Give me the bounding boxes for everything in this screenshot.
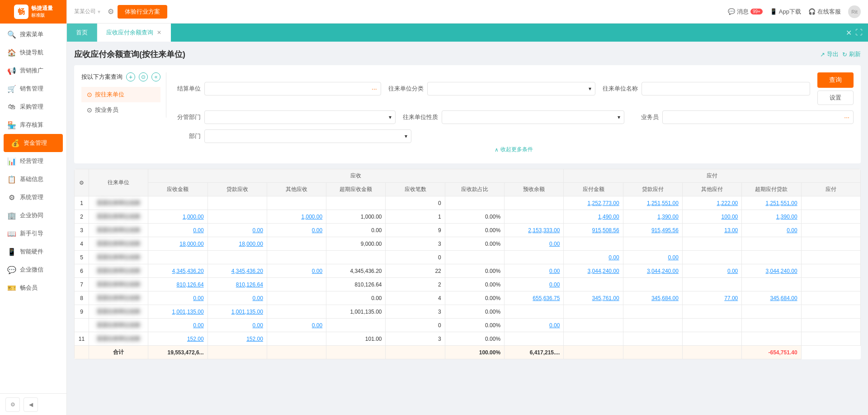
- sidebar-item-corp[interactable]: 🏢 企业协同: [0, 206, 66, 224]
- salesperson-input[interactable]: ···: [662, 110, 854, 124]
- refresh-btn[interactable]: ↻ 刷新: [842, 50, 861, 58]
- sidebar-item-sales[interactable]: 🛒 销售管理: [0, 80, 66, 98]
- partner-name-input[interactable]: [642, 82, 810, 95]
- ar-amount[interactable]: 0.00: [148, 224, 208, 237]
- sidebar-item-finance[interactable]: 💰 资金管理: [4, 134, 63, 152]
- settings-btn[interactable]: 设置: [817, 91, 854, 105]
- ap-loan[interactable]: 3,044,240.00: [623, 264, 682, 278]
- query-by-partner[interactable]: ⊙ 按往来单位: [81, 87, 160, 102]
- ap-amount[interactable]: 1,490.00: [564, 210, 623, 224]
- ar-loan[interactable]: 152.00: [208, 332, 267, 346]
- export-btn[interactable]: ↗ 导出: [820, 50, 839, 58]
- ap-loan[interactable]: 1,390.00: [623, 210, 682, 224]
- dept-managed-select[interactable]: ▾: [204, 110, 396, 124]
- query-btn[interactable]: 查询: [817, 72, 854, 88]
- ap-overdue[interactable]: 345,684.00: [742, 291, 801, 305]
- online-service-btn[interactable]: 🎧 在线客服: [808, 8, 841, 16]
- ar-prepay[interactable]: 0.00: [505, 278, 564, 291]
- ar-prepay[interactable]: 655,636.75: [505, 291, 564, 305]
- department-select[interactable]: ▾: [204, 129, 411, 143]
- sidebar-item-purchase[interactable]: 🛍 采购管理: [0, 98, 66, 116]
- ap-loan[interactable]: 1,251,551.00: [623, 196, 682, 210]
- sidebar-item-member[interactable]: 🎫 畅会员: [0, 279, 66, 297]
- ap-loan[interactable]: 0.00: [623, 251, 682, 264]
- salesperson-dots[interactable]: ···: [844, 114, 849, 121]
- sidebar-item-inventory[interactable]: 🏪 库存核算: [0, 116, 66, 134]
- ar-loan[interactable]: 0.00: [208, 291, 267, 305]
- search-target-icon[interactable]: ⊙: [139, 72, 148, 81]
- ap-amount[interactable]: 345,761.00: [564, 291, 623, 305]
- ar-amount[interactable]: 4,345,436.20: [148, 264, 208, 278]
- search-add-btn[interactable]: +: [126, 72, 135, 81]
- ap-overdue[interactable]: 0.00: [742, 224, 801, 237]
- collapse-sidebar-btn[interactable]: ◀: [24, 397, 38, 412]
- messages-btn[interactable]: 💬 消息 99+: [728, 8, 763, 16]
- search-collapse-icon[interactable]: «: [151, 72, 160, 81]
- ar-amount[interactable]: 1,000.00: [148, 210, 208, 224]
- ap-amount[interactable]: 1,252,773.00: [564, 196, 623, 210]
- ar-prepay[interactable]: 0.00: [505, 237, 564, 251]
- ar-amount[interactable]: 152.00: [148, 332, 208, 346]
- collapse-more-btn[interactable]: ∧ 收起更多条件: [174, 143, 854, 156]
- ap-amount[interactable]: 915,508.56: [564, 224, 623, 237]
- sidebar-item-search[interactable]: 🔍 搜索菜单: [0, 25, 66, 43]
- ar-other[interactable]: 0.00: [267, 224, 326, 237]
- tab-ar-query[interactable]: 应收应付余额查询 ✕: [97, 24, 171, 42]
- sidebar-item-base[interactable]: 📋 基础信息: [0, 170, 66, 188]
- partner-nature-select[interactable]: ▾: [442, 110, 625, 124]
- ar-amount[interactable]: 810,126.64: [148, 278, 208, 291]
- ap-loan[interactable]: 345,684.00: [623, 291, 682, 305]
- tab-close-icon[interactable]: ✕: [157, 29, 161, 36]
- sidebar-item-quicknav[interactable]: 🏠 快捷导航: [0, 43, 66, 62]
- settlement-unit-dots[interactable]: ···: [372, 85, 377, 92]
- ap-amount[interactable]: 3,044,240.00: [564, 264, 623, 278]
- ar-other[interactable]: 0.00: [267, 264, 326, 278]
- sidebar-item-ops[interactable]: 📊 经营管理: [0, 152, 66, 170]
- ar-amount[interactable]: 0.00: [148, 319, 208, 332]
- ar-loan[interactable]: 1,001,135.00: [208, 305, 267, 319]
- ar-prepay[interactable]: 2,153,333.00: [505, 224, 564, 237]
- ar-loan[interactable]: 18,000.00: [208, 237, 267, 251]
- ar-loan[interactable]: 4,345,436.20: [208, 264, 267, 278]
- ar-loan[interactable]: 0.00: [208, 319, 267, 332]
- data-table-wrap[interactable]: ⚙ 往来单位 应收 应付 应收金额 贷款应收 其他应收 超期应收金额 应收笔数 …: [74, 169, 861, 359]
- ar-prepay[interactable]: 0.00: [505, 264, 564, 278]
- ap-other[interactable]: 77.00: [682, 291, 741, 305]
- user-menu[interactable]: Rit: [848, 5, 861, 18]
- tab-expand-icon[interactable]: ⛶: [855, 29, 863, 37]
- app-download-btn[interactable]: 📱 App下载: [770, 8, 801, 16]
- table-settings-header[interactable]: ⚙: [75, 169, 89, 196]
- sidebar-item-guide[interactable]: 📖 新手引导: [0, 224, 66, 243]
- settings-gear-icon[interactable]: ⚙: [108, 7, 114, 16]
- query-by-salesperson[interactable]: ⊙ 按业务员: [81, 102, 160, 118]
- sidebar-item-wechat[interactable]: 💬 企业微信: [0, 261, 66, 279]
- tab-home[interactable]: 首页: [67, 24, 97, 42]
- ar-other[interactable]: 1,000.00: [267, 210, 326, 224]
- ap-overdue[interactable]: 3,044,240.00: [742, 264, 801, 278]
- ar-amount[interactable]: 1,001,135.00: [148, 305, 208, 319]
- ap-other[interactable]: 100.00: [682, 210, 741, 224]
- settlement-unit-input[interactable]: ···: [204, 82, 381, 95]
- footer-ar-total: 19,553,472,6...: [148, 346, 208, 359]
- sidebar-item-hardware[interactable]: 📱 智能硬件: [0, 243, 66, 261]
- ar-amount[interactable]: 0.00: [148, 291, 208, 305]
- ar-loan[interactable]: 810,126.64: [208, 278, 267, 291]
- ap-other[interactable]: 13.00: [682, 224, 741, 237]
- ap-other[interactable]: 1,222.00: [682, 196, 741, 210]
- ar-prepay[interactable]: 0.00: [505, 319, 564, 332]
- partner-category-select[interactable]: ▾: [427, 82, 596, 95]
- industry-solution-btn[interactable]: 体验行业方案: [118, 5, 167, 19]
- ap-amount[interactable]: 0.00: [564, 251, 623, 264]
- tab-close-all-icon[interactable]: ✕: [846, 29, 852, 37]
- ap-overdue[interactable]: 1,251,551.00: [742, 196, 801, 210]
- ar-amount[interactable]: 18,000.00: [148, 237, 208, 251]
- sidebar-item-system[interactable]: ⚙ 系统管理: [0, 188, 66, 206]
- ap-overdue[interactable]: 1,390.00: [742, 210, 801, 224]
- ar-other[interactable]: 0.00: [267, 319, 326, 332]
- ap-other[interactable]: 0.00: [682, 264, 741, 278]
- sidebar-item-marketing[interactable]: 📢 营销推广: [0, 62, 66, 80]
- ap-loan[interactable]: 915,495.56: [623, 224, 682, 237]
- settings-bottom-btn[interactable]: ⚙: [5, 397, 20, 412]
- ar-loan[interactable]: 0.00: [208, 224, 267, 237]
- home-icon: 🏠: [7, 48, 16, 57]
